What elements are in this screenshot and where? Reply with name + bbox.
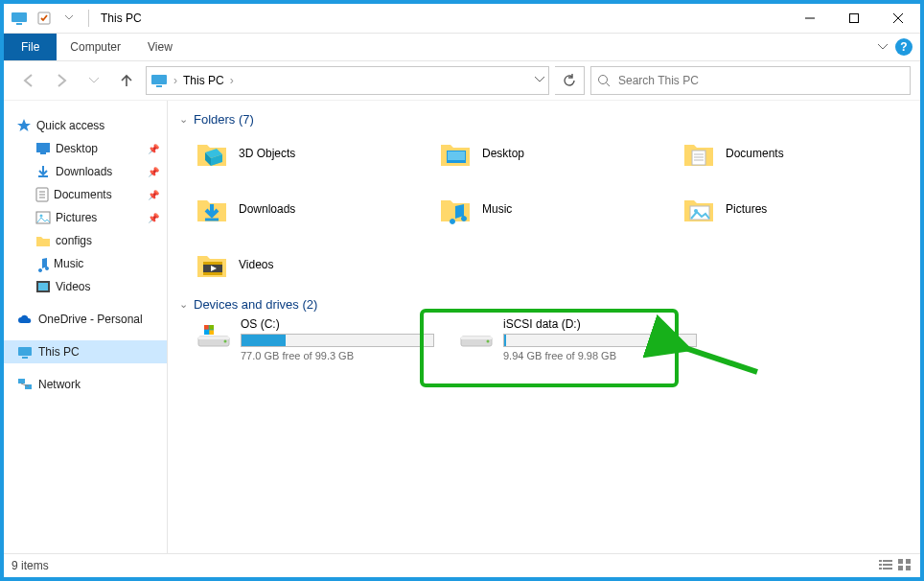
sidebar-item-label: Network xyxy=(38,378,81,391)
folder-item[interactable]: Videos xyxy=(195,240,425,290)
sidebar-network[interactable]: Network xyxy=(4,373,167,396)
ribbon-tab-label: View xyxy=(148,40,173,54)
svg-rect-46 xyxy=(204,325,209,330)
svg-rect-49 xyxy=(209,330,214,335)
folder-label: Desktop xyxy=(482,147,524,160)
group-label: Devices and drives (2) xyxy=(194,297,317,312)
svg-rect-55 xyxy=(879,564,882,566)
view-details-button[interactable] xyxy=(878,558,893,574)
window-maximize-button[interactable] xyxy=(832,4,876,33)
ribbon-tab-view[interactable]: View xyxy=(134,34,186,60)
svg-rect-10 xyxy=(156,85,162,87)
nav-history-dropdown[interactable] xyxy=(81,67,107,94)
sidebar-item-videos[interactable]: Videos xyxy=(4,275,167,298)
nav-back-button[interactable] xyxy=(15,67,42,94)
svg-rect-1 xyxy=(12,13,26,21)
sidebar-onedrive[interactable]: OneDrive - Personal xyxy=(4,308,167,331)
nav-up-button[interactable] xyxy=(113,67,140,94)
sidebar-item-desktop[interactable]: Desktop📌 xyxy=(4,137,167,160)
qat-item-icon[interactable] xyxy=(35,9,54,28)
address-history-icon[interactable] xyxy=(535,75,544,86)
folder-label: Documents xyxy=(726,147,784,160)
sidebar-item-downloads[interactable]: Downloads📌 xyxy=(4,160,167,183)
group-label: Folders (7) xyxy=(194,112,254,127)
music-icon xyxy=(36,257,48,270)
window-minimize-button[interactable] xyxy=(788,4,832,33)
folder-label: Downloads xyxy=(239,202,295,216)
folder-item[interactable]: Documents xyxy=(681,128,912,178)
help-icon[interactable]: ? xyxy=(895,38,912,56)
view-icons-button[interactable] xyxy=(897,558,912,574)
address-bar[interactable]: › This PC › xyxy=(146,66,549,95)
group-header-drives[interactable]: ⌄ Devices and drives (2) xyxy=(177,290,911,314)
folder-icon xyxy=(681,192,716,226)
ribbon-tab-file[interactable]: File xyxy=(4,34,57,60)
pin-icon: 📌 xyxy=(148,213,159,223)
drive-label: iSCSI data (D:) xyxy=(503,317,701,331)
sidebar-thispc[interactable]: This PC xyxy=(4,340,167,363)
window-title: This PC xyxy=(101,12,142,25)
svg-rect-59 xyxy=(898,559,903,564)
sidebar-item-pictures[interactable]: Pictures📌 xyxy=(4,206,167,229)
drive-usage-bar xyxy=(503,334,697,347)
folder-label: Pictures xyxy=(726,202,767,216)
ribbon-collapse-icon[interactable] xyxy=(878,40,888,54)
chevron-down-icon: ⌄ xyxy=(179,113,188,126)
refresh-button[interactable] xyxy=(555,66,585,95)
drive-item[interactable]: OS (C:)77.0 GB free of 99.3 GB xyxy=(195,314,444,373)
svg-rect-51 xyxy=(461,337,492,339)
svg-rect-56 xyxy=(883,564,892,566)
folder-item[interactable]: Music xyxy=(438,184,668,234)
drive-item[interactable]: iSCSI data (D:)9.94 GB free of 9.98 GB xyxy=(457,314,706,373)
sidebar-item-label: Documents xyxy=(54,188,112,201)
sidebar-item-label: OneDrive - Personal xyxy=(38,313,143,326)
svg-rect-13 xyxy=(36,143,50,152)
folder-icon xyxy=(195,136,229,171)
drive-free-text: 77.0 GB free of 99.3 GB xyxy=(241,350,438,361)
folder-item[interactable]: 3D Objects xyxy=(195,128,425,178)
folder-icon xyxy=(438,192,473,226)
nav-forward-button[interactable] xyxy=(48,67,75,94)
folder-icon xyxy=(36,235,50,246)
svg-rect-62 xyxy=(906,566,911,570)
qat-dropdown-icon[interactable] xyxy=(59,9,79,28)
svg-line-12 xyxy=(607,83,611,87)
search-input[interactable] xyxy=(616,73,904,88)
svg-rect-47 xyxy=(209,325,214,330)
video-icon xyxy=(36,281,50,292)
pin-icon: 📌 xyxy=(148,190,159,200)
sidebar-item-label: Quick access xyxy=(36,119,104,132)
search-box[interactable] xyxy=(590,66,911,95)
sidebar-item-configs[interactable]: configs xyxy=(4,229,167,252)
svg-rect-26 xyxy=(22,357,28,359)
folder-item[interactable]: Downloads xyxy=(195,184,425,234)
breadcrumb[interactable]: › This PC › xyxy=(150,74,234,87)
breadcrumb-label: This PC xyxy=(183,74,224,87)
chevron-down-icon: ⌄ xyxy=(179,298,188,311)
folder-item[interactable]: Desktop xyxy=(438,128,668,178)
cloud-icon xyxy=(17,314,33,325)
ribbon-tab-computer[interactable]: Computer xyxy=(57,34,134,60)
sidebar-quick-access[interactable]: Quick access xyxy=(4,114,167,137)
sidebar-item-documents[interactable]: Documents📌 xyxy=(4,183,167,206)
group-header-folders[interactable]: ⌄ Folders (7) xyxy=(177,105,911,128)
svg-point-52 xyxy=(487,340,490,343)
folder-icon xyxy=(195,192,229,226)
svg-rect-53 xyxy=(879,560,882,562)
status-item-count: 9 items xyxy=(12,559,49,572)
folder-item[interactable]: Pictures xyxy=(681,184,912,234)
ribbon-tab-file-label: File xyxy=(21,40,39,54)
svg-rect-14 xyxy=(40,152,46,154)
sidebar-item-music[interactable]: Music xyxy=(4,252,167,275)
thispc-icon xyxy=(17,346,33,359)
network-icon xyxy=(17,378,33,391)
sidebar-item-label: Videos xyxy=(56,280,90,293)
folder-icon xyxy=(195,247,229,282)
window-close-button[interactable] xyxy=(876,4,920,33)
navigation-pane: Quick access Desktop📌 Downloads📌 Documen… xyxy=(4,101,168,553)
sidebar-item-label: Music xyxy=(54,257,83,270)
sidebar-item-label: Pictures xyxy=(56,211,97,224)
svg-rect-58 xyxy=(883,568,892,569)
svg-rect-5 xyxy=(850,14,859,23)
svg-rect-40 xyxy=(203,262,222,265)
